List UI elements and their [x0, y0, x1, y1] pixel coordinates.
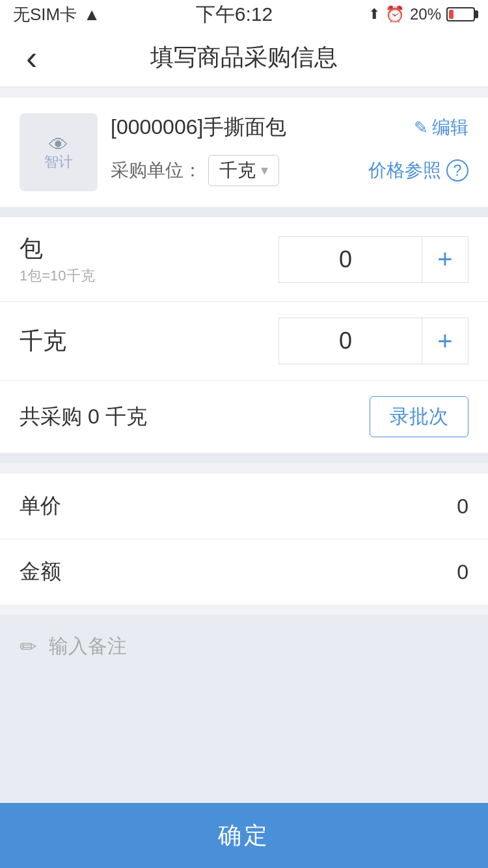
quantity-label-bag-sub: 1包=10千克 [20, 266, 98, 286]
unit-label: 采购单位： 千克 ▾ [111, 155, 279, 186]
product-unit-row: 采购单位： 千克 ▾ 价格参照 ? [111, 155, 468, 186]
quantity-control-kg: + [278, 318, 468, 364]
price-ref-icon: ? [446, 159, 468, 182]
price-row-unit: 单价 0 [0, 474, 488, 539]
dropdown-icon: ▾ [261, 162, 268, 179]
note-placeholder: 输入备注 [49, 633, 127, 660]
pencil-icon: ✏ [20, 634, 37, 659]
quantity-plus-bag[interactable]: + [422, 236, 468, 283]
product-image: 👁 智计 [20, 113, 98, 191]
quantity-label-kg: 千克 [20, 325, 98, 357]
product-info: [0000006]手撕面包 ✎ 编辑 采购单位： 千克 ▾ 价格参照 ? [111, 113, 468, 186]
price-section: 单价 0 金额 0 [0, 474, 488, 604]
note-section[interactable]: ✏ 输入备注 [0, 615, 488, 678]
status-right: ⬆ ⏰ 20% [368, 5, 475, 23]
price-ref-button[interactable]: 价格参照 ? [368, 158, 468, 183]
batch-button[interactable]: 录批次 [370, 396, 468, 437]
quantity-label-bag: 包 1包=10千克 [20, 233, 98, 286]
price-row-amount: 金额 0 [0, 539, 488, 604]
unit-select[interactable]: 千克 ▾ [208, 155, 279, 186]
quantity-row-bag: 包 1包=10千克 + [0, 217, 488, 302]
edit-icon: ✎ [414, 118, 428, 138]
quantity-input-kg-field[interactable] [279, 318, 422, 364]
product-name-row: [0000006]手撕面包 ✎ 编辑 [111, 113, 468, 142]
quantity-plus-kg[interactable]: + [422, 318, 468, 364]
nav-bar: ‹ 填写商品采购信息 [0, 29, 488, 87]
quantity-input-bag-field[interactable] [279, 237, 422, 282]
alarm-icon: ⏰ [385, 5, 405, 23]
quantity-label-kg-main: 千克 [20, 325, 98, 357]
product-name: [0000006]手撕面包 [111, 113, 286, 142]
price-value-amount: 0 [457, 560, 468, 584]
quantity-control-bag: + [278, 236, 468, 283]
price-value-unit: 0 [457, 495, 468, 519]
status-time: 下午6:12 [196, 1, 273, 28]
quantity-input-bag[interactable] [278, 236, 422, 283]
status-left: 无SIM卡 ▲ [13, 3, 100, 26]
location-icon: ⬆ [368, 6, 380, 23]
battery-icon [446, 7, 475, 21]
wifi-icon: ▲ [83, 5, 100, 25]
status-bar: 无SIM卡 ▲ 下午6:12 ⬆ ⏰ 20% [0, 0, 488, 29]
edit-button[interactable]: ✎ 编辑 [414, 115, 468, 140]
total-row: 共采购 0 千克 录批次 [0, 381, 488, 453]
price-label-unit: 单价 [20, 492, 61, 521]
carrier-text: 无SIM卡 [13, 3, 77, 26]
product-card: 👁 智计 [0000006]手撕面包 ✎ 编辑 采购单位： 千克 ▾ 价格参照 [0, 98, 488, 207]
section-divider-2 [0, 453, 488, 463]
confirm-button[interactable]: 确定 [0, 803, 488, 868]
bottom-area: 确定 [0, 803, 488, 868]
quantity-label-bag-main: 包 [20, 233, 98, 265]
total-text: 共采购 0 千克 [20, 403, 147, 431]
back-button[interactable]: ‹ [20, 32, 44, 84]
price-label-amount: 金额 [20, 558, 61, 586]
page-title: 填写商品采购信息 [150, 42, 338, 74]
quantity-input-kg[interactable] [278, 318, 422, 364]
product-logo: 👁 智计 [44, 135, 73, 169]
section-divider-1 [0, 207, 488, 217]
quantity-section: 包 1包=10千克 + 千克 + [0, 217, 488, 381]
battery-percent: 20% [410, 5, 441, 23]
quantity-row-kg: 千克 + [0, 302, 488, 381]
